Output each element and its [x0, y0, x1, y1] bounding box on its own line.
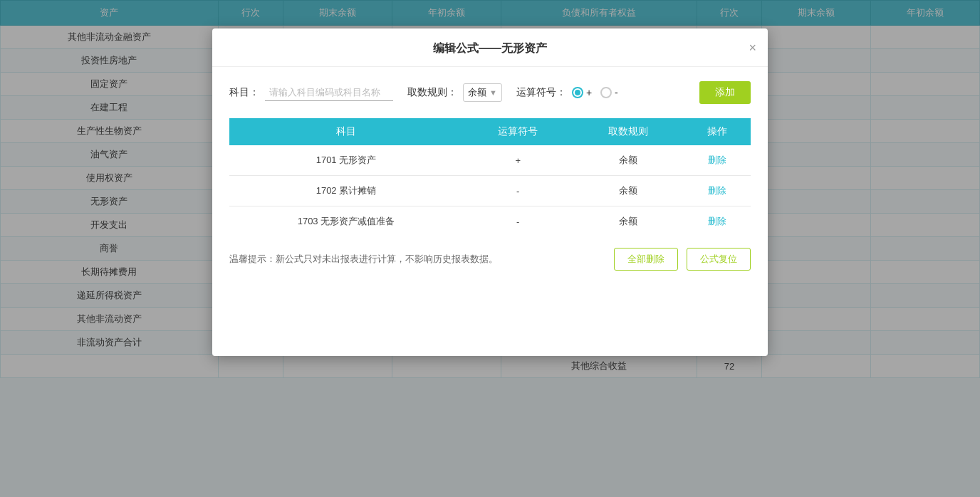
cell-subject-0: 1701 无形资产: [229, 145, 463, 176]
form-row: 科目： 取数规则： 余额 ▼ 运算符号：: [229, 81, 751, 104]
table-row: 1701 无形资产 + 余额 删除: [229, 145, 751, 176]
radio-plus-label: +: [586, 87, 592, 98]
cell-operator-0: +: [463, 145, 573, 176]
radio-group: + -: [572, 87, 618, 98]
modal-overlay: 编辑公式——无形资产 × 科目： 取数规则： 余额 ▼: [0, 0, 980, 497]
col-subject: 科目: [229, 118, 463, 145]
subject-label: 科目：: [229, 86, 259, 99]
formula-table: 科目 运算符号 取数规则 操作 1701 无形资产 + 余额 删除 1702 累…: [229, 118, 751, 236]
footer-actions: 全部删除 公式复位: [614, 248, 751, 271]
col-action: 操作: [683, 118, 751, 145]
modal-body: 科目： 取数规则： 余额 ▼ 运算符号：: [212, 67, 768, 236]
modal-close-button[interactable]: ×: [749, 41, 756, 54]
col-operator: 运算符号: [463, 118, 573, 145]
delete-row-button-0[interactable]: 删除: [708, 154, 726, 167]
rule-select[interactable]: 余额 ▼: [463, 83, 502, 102]
table-row: 1702 累计摊销 - 余额 删除: [229, 176, 751, 206]
radio-plus-circle: [572, 87, 583, 98]
radio-minus[interactable]: -: [600, 87, 618, 98]
cell-rule-0: 余额: [573, 145, 684, 176]
footer-tip: 温馨提示：新公式只对未出报表进行计算，不影响历史报表数据。: [229, 253, 498, 266]
delete-all-button[interactable]: 全部删除: [614, 248, 678, 271]
radio-minus-circle: [600, 87, 612, 98]
cell-action-0: 删除: [683, 145, 751, 176]
page-container: 资产 行次 期末余额 年初余额 负债和所有者权益 行次 期末余额 年初余额 其他…: [0, 0, 980, 497]
chevron-down-icon: ▼: [489, 88, 497, 97]
modal-header: 编辑公式——无形资产 ×: [212, 28, 768, 67]
operator-group: 运算符号： + -: [516, 86, 618, 99]
cell-operator-2: -: [463, 206, 573, 237]
radio-plus[interactable]: +: [572, 87, 592, 98]
col-rule: 取数规则: [573, 118, 684, 145]
cell-rule-2: 余额: [573, 206, 684, 237]
rule-label: 取数规则：: [407, 86, 457, 99]
cell-subject-1: 1702 累计摊销: [229, 176, 463, 206]
subject-input[interactable]: [265, 84, 393, 101]
cell-subject-2: 1703 无形资产减值准备: [229, 206, 463, 237]
radio-minus-label: -: [615, 87, 618, 98]
delete-row-button-1[interactable]: 删除: [708, 184, 726, 197]
add-button[interactable]: 添加: [699, 81, 751, 104]
table-row: 1703 无形资产减值准备 - 余额 删除: [229, 206, 751, 237]
rule-group: 取数规则： 余额 ▼: [407, 83, 502, 102]
modal-dialog: 编辑公式——无形资产 × 科目： 取数规则： 余额 ▼: [212, 28, 768, 356]
table-header-row: 科目 运算符号 取数规则 操作: [229, 118, 751, 145]
cell-operator-1: -: [463, 176, 573, 206]
modal-title: 编辑公式——无形资产: [433, 42, 547, 54]
operator-label: 运算符号：: [516, 86, 566, 99]
subject-group: 科目：: [229, 84, 393, 101]
delete-row-button-2[interactable]: 删除: [708, 215, 726, 228]
cell-rule-1: 余额: [573, 176, 684, 206]
cell-action-2: 删除: [683, 206, 751, 237]
rule-value: 余额: [468, 86, 486, 99]
reset-formula-button[interactable]: 公式复位: [687, 248, 751, 271]
cell-action-1: 删除: [683, 176, 751, 206]
modal-footer: 温馨提示：新公式只对未出报表进行计算，不影响历史报表数据。 全部删除 公式复位: [212, 236, 768, 282]
